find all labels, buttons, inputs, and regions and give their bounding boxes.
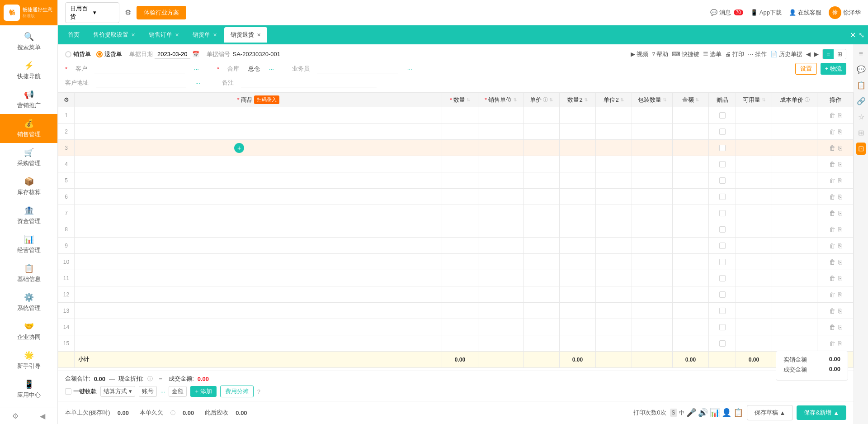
- shortcut-btn[interactable]: ⌨ 快捷键: [672, 49, 699, 59]
- print-btn[interactable]: 🖨 打印: [725, 49, 744, 59]
- avail-cell-4[interactable]: [736, 156, 772, 172]
- avail-cell-1[interactable]: [736, 107, 772, 124]
- product-cell-3[interactable]: +: [75, 140, 442, 156]
- add-logistics-button[interactable]: + 物流: [821, 63, 846, 75]
- add-row-btn-3[interactable]: +: [234, 143, 244, 153]
- qty-cell-10[interactable]: [442, 254, 478, 270]
- product-cell-12[interactable]: [75, 286, 442, 303]
- unit2-cell-13[interactable]: [596, 303, 632, 319]
- sidebar-item-guide[interactable]: 🌟新手引导: [0, 346, 57, 375]
- qty-cell-1[interactable]: [442, 107, 478, 124]
- table-gear-icon[interactable]: ⚙: [64, 96, 69, 103]
- packqty-cell-8[interactable]: [632, 221, 673, 238]
- rp-icon-6[interactable]: ⊞: [856, 127, 866, 139]
- view-list-btn[interactable]: ≡: [823, 49, 834, 59]
- product-cell-6[interactable]: [75, 189, 442, 205]
- rp-icon-3[interactable]: 📋: [855, 79, 868, 91]
- unit-cell-15[interactable]: [478, 335, 524, 352]
- gift-cell-13[interactable]: [709, 303, 736, 319]
- sidebar-item-search[interactable]: 🔍搜索菜单: [0, 27, 57, 56]
- unit-cell-6[interactable]: [478, 189, 524, 205]
- packqty-cell-6[interactable]: [632, 189, 673, 205]
- packqty-cell-9[interactable]: [632, 238, 673, 254]
- amount-cell-3[interactable]: [673, 140, 709, 156]
- cost-cell-5[interactable]: [772, 172, 817, 189]
- rp-icon-5[interactable]: ☆: [856, 111, 866, 123]
- unit2-cell-5[interactable]: [596, 172, 632, 189]
- copy-icon-3[interactable]: ⎘: [838, 144, 842, 152]
- price-cell-11[interactable]: [524, 270, 560, 286]
- unit2-cell-2[interactable]: [596, 124, 632, 140]
- cost-cell-8[interactable]: [772, 221, 817, 238]
- amount-cell-12[interactable]: [673, 286, 709, 303]
- delete-icon-2[interactable]: 🗑: [829, 128, 835, 135]
- tab-sales-return[interactable]: 销货退货✕: [224, 27, 267, 43]
- gift-cell-12[interactable]: [709, 286, 736, 303]
- tool-mic2-icon[interactable]: 🔊: [698, 408, 708, 418]
- next-btn[interactable]: ▶: [814, 49, 819, 59]
- packqty-sort-icon[interactable]: ⇅: [663, 97, 666, 102]
- product-cell-14[interactable]: [75, 319, 442, 335]
- unit-cell-4[interactable]: [478, 156, 524, 172]
- gift-cell-9[interactable]: [709, 238, 736, 254]
- sidebar-item-apps[interactable]: 📱应用中心: [0, 375, 57, 404]
- delete-icon-7[interactable]: 🗑: [829, 210, 835, 217]
- qty2-cell-3[interactable]: [560, 140, 596, 156]
- sidebar-item-marketing[interactable]: 📢营销推广: [0, 85, 57, 114]
- tool-user-icon[interactable]: 👤: [722, 408, 731, 418]
- product-cell-9[interactable]: [75, 238, 442, 254]
- amount-cell-2[interactable]: [673, 124, 709, 140]
- delete-icon-11[interactable]: 🗑: [829, 275, 835, 282]
- product-cell-10[interactable]: [75, 254, 442, 270]
- tab-sales-delivery[interactable]: 销货单✕: [186, 27, 223, 43]
- gift-checkbox-9[interactable]: [719, 243, 726, 249]
- salesperson-input[interactable]: [317, 64, 398, 73]
- operation-btn[interactable]: ⋯ 操作: [748, 49, 767, 59]
- online-service-btn[interactable]: 👤 在线客服: [789, 9, 821, 17]
- copy-icon-9[interactable]: ⎘: [838, 242, 842, 249]
- radio-sales-bill[interactable]: 销货单: [65, 50, 91, 58]
- product-cell-1[interactable]: [75, 107, 442, 124]
- rp-icon-1[interactable]: ≡: [857, 48, 865, 60]
- address-dots[interactable]: ···: [195, 80, 200, 86]
- gift-checkbox-2[interactable]: [719, 129, 726, 135]
- price-cell-8[interactable]: [524, 221, 560, 238]
- product-cell-4[interactable]: [75, 156, 442, 172]
- price-cell-13[interactable]: [524, 303, 560, 319]
- amount-cell-5[interactable]: [673, 172, 709, 189]
- price-cell-3[interactable]: [524, 140, 560, 156]
- tabs-expand-btn[interactable]: ⤡: [859, 31, 864, 39]
- copy-icon-15[interactable]: ⎘: [838, 340, 842, 347]
- packqty-cell-4[interactable]: [632, 156, 673, 172]
- gift-cell-10[interactable]: [709, 254, 736, 270]
- tab-price-setting[interactable]: 售价提取设置✕: [87, 27, 142, 43]
- delete-icon-4[interactable]: 🗑: [829, 161, 835, 168]
- copy-icon-14[interactable]: ⎘: [838, 324, 842, 331]
- settings-footer-btn[interactable]: ⚙: [12, 412, 19, 420]
- expense-split-btn[interactable]: 费用分摊: [220, 386, 254, 397]
- packqty-cell-2[interactable]: [632, 124, 673, 140]
- price-cell-7[interactable]: [524, 205, 560, 221]
- qty2-cell-15[interactable]: [560, 335, 596, 352]
- unit-cell-5[interactable]: [478, 172, 524, 189]
- gift-checkbox-3[interactable]: [719, 145, 726, 151]
- rp-icon-4[interactable]: 🔗: [855, 95, 868, 107]
- sidebar-item-purchase[interactable]: 🛒采购管理: [0, 143, 57, 172]
- delete-icon-14[interactable]: 🗑: [829, 324, 835, 331]
- price-cell-5[interactable]: [524, 172, 560, 189]
- unit2-cell-7[interactable]: [596, 205, 632, 221]
- cost-cell-15[interactable]: [772, 335, 817, 352]
- qty-cell-6[interactable]: [442, 189, 478, 205]
- qty2-cell-2[interactable]: [560, 124, 596, 140]
- copy-icon-1[interactable]: ⎘: [838, 112, 842, 119]
- sidebar-item-system[interactable]: ⚙️系统管理: [0, 288, 57, 317]
- unit2-cell-10[interactable]: [596, 254, 632, 270]
- avail-sort-icon[interactable]: ⇅: [762, 97, 765, 102]
- topbar-gear-icon[interactable]: ⚙: [125, 8, 131, 17]
- packqty-cell-15[interactable]: [632, 335, 673, 352]
- sidebar-item-basic[interactable]: 📋基础信息: [0, 259, 57, 288]
- gift-cell-8[interactable]: [709, 221, 736, 238]
- delete-icon-12[interactable]: 🗑: [829, 291, 835, 298]
- gift-checkbox-11[interactable]: [719, 275, 726, 281]
- unit-cell-14[interactable]: [478, 319, 524, 335]
